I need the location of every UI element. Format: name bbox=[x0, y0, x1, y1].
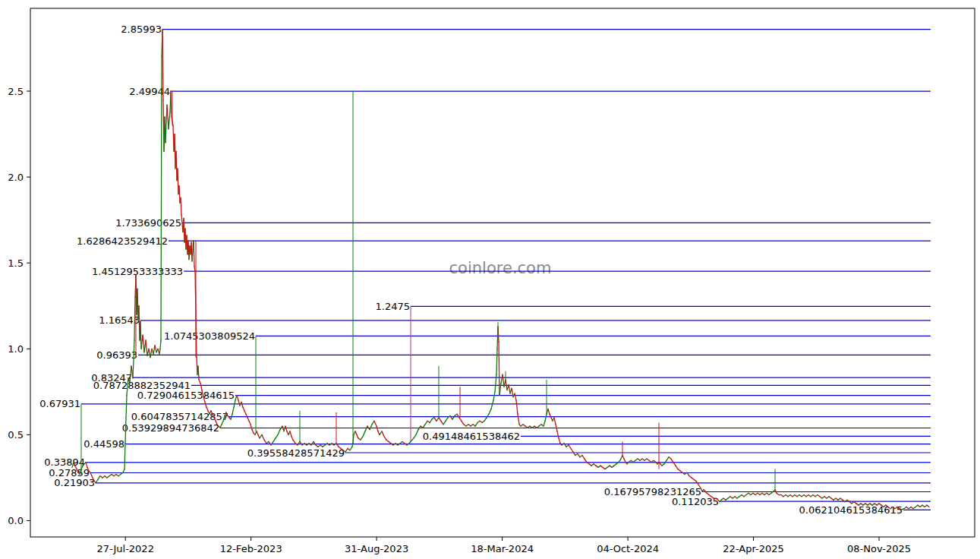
x-tick-label: 22-Apr-2025 bbox=[723, 543, 783, 554]
level-label: 0.49148461538462 bbox=[423, 431, 520, 442]
y-tick-label: 0.0 bbox=[8, 515, 24, 526]
level-label: 0.72904615384615 bbox=[137, 390, 235, 401]
level-label: 1.16543 bbox=[99, 314, 140, 326]
level-label: 1.0745303809524 bbox=[164, 330, 255, 342]
level-label: 1.4512953333333 bbox=[92, 266, 183, 277]
x-tick-label: 08-Nov-2025 bbox=[847, 543, 911, 554]
x-tick-label: 18-Mar-2024 bbox=[471, 543, 534, 554]
level-label: 0.53929894736842 bbox=[122, 422, 219, 434]
y-tick-label: 2.5 bbox=[8, 86, 24, 97]
level-label: 0.21903 bbox=[54, 477, 95, 488]
level-label: 2.85993 bbox=[121, 24, 162, 35]
x-tick-label: 27-Jul-2022 bbox=[96, 543, 153, 554]
y-tick-label: 1.5 bbox=[8, 257, 24, 269]
x-tick-label: 04-Oct-2024 bbox=[597, 543, 659, 554]
y-tick-label: 0.5 bbox=[8, 429, 24, 441]
chart-figure: 0.00.51.01.52.02.527-Jul-202212-Feb-2023… bbox=[0, 0, 980, 559]
level-label: 1.6286423529412 bbox=[77, 235, 168, 247]
watermark: coinlore.com bbox=[449, 259, 552, 277]
y-tick-label: 2.0 bbox=[8, 172, 24, 183]
level-label: 1.2475 bbox=[376, 301, 411, 312]
y-tick-label: 1.0 bbox=[8, 343, 24, 355]
level-label: 2.49944 bbox=[129, 86, 170, 97]
x-tick-label: 31-Aug-2023 bbox=[345, 543, 408, 554]
level-label: 0.44598 bbox=[84, 438, 124, 450]
level-label: 0.96393 bbox=[96, 349, 137, 361]
level-label: 0.67931 bbox=[39, 398, 80, 409]
level-label: 1.733690625 bbox=[115, 217, 181, 229]
x-tick-label: 12-Feb-2023 bbox=[220, 543, 282, 554]
price-chart: 0.00.51.01.52.02.527-Jul-202212-Feb-2023… bbox=[0, 0, 980, 559]
level-label: 0.39558428571429 bbox=[247, 447, 345, 459]
